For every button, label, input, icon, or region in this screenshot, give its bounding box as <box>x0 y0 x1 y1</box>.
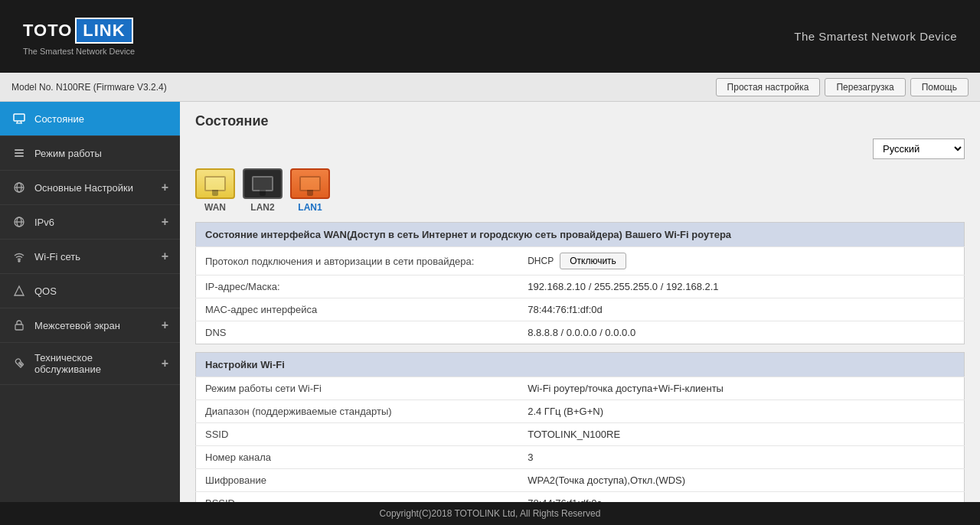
table-row: Номер канала 3 <box>196 446 965 469</box>
logo-brand: TOTO LINK <box>23 18 133 44</box>
channel-value: 3 <box>518 446 964 469</box>
disconnect-button[interactable]: Отключить <box>560 253 626 269</box>
encryption-label: Шифрование <box>196 469 519 492</box>
svg-rect-6 <box>15 155 24 157</box>
port-wan[interactable]: WAN <box>195 168 235 213</box>
svg-rect-15 <box>15 324 23 330</box>
svg-marker-14 <box>15 286 24 295</box>
mac-label: MAC-адрес интерфейса <box>196 298 519 321</box>
help-button[interactable]: Помощь <box>910 78 969 96</box>
wifi-icon <box>11 249 27 264</box>
footer-text: Copyright(C)2018 TOTOLINK Ltd, All Right… <box>380 508 601 519</box>
port-row: WAN LAN2 LAN1 <box>195 168 965 213</box>
toolbar-buttons: Простая настройка Перезагрузка Помощь <box>716 78 969 96</box>
content-area: Состояние Русский English Chinese WAN LA… <box>180 102 980 502</box>
logo-box: TOTO LINK The Smartest Network Device <box>23 18 135 56</box>
sidebar-label-qos: QOS <box>34 285 168 297</box>
sidebar-item-firewall[interactable]: Межсетевой экран + <box>0 308 180 343</box>
sidebar-item-wifi[interactable]: Wi-Fi сеть + <box>0 240 180 274</box>
settings-icon <box>11 145 27 161</box>
main-layout: Состояние Режим работы Основные Наст <box>0 102 980 502</box>
wifi-band-value: 2.4 ГГц (B+G+N) <box>518 400 964 423</box>
table-row: MAC-адрес интерфейса 78:44:76:f1:df:0d <box>196 298 965 321</box>
sidebar-label-firewall: Межсетевой экран <box>34 320 162 331</box>
dns-value: 8.8.8.8 / 0.0.0.0 / 0.0.0.0 <box>518 321 964 344</box>
wan-section-header: Состояние интерфейса WAN(Доступ в сеть И… <box>196 223 965 247</box>
sidebar-item-mode[interactable]: Режим работы <box>0 136 180 171</box>
svg-point-13 <box>18 260 20 262</box>
sidebar-label-ipv6: IPv6 <box>34 217 162 228</box>
wifi-section-header: Настройки Wi-Fi <box>196 353 965 377</box>
port-lan2[interactable]: LAN2 <box>243 168 283 213</box>
dhcp-badge: DHCP <box>528 256 554 266</box>
wan-protocol-value: DHCP Отключить <box>518 247 964 276</box>
table-row: Протокол подключения и авторизации в сет… <box>196 247 965 276</box>
svg-rect-4 <box>15 149 24 151</box>
sidebar-item-ipv6[interactable]: IPv6 + <box>0 205 180 240</box>
monitor-icon <box>11 111 27 126</box>
wan-status-table: Состояние интерфейса WAN(Доступ в сеть И… <box>195 222 965 344</box>
ip-mask-label: IP-адрес/Маска: <box>196 276 519 298</box>
wan-protocol-label: Протокол подключения и авторизации в сет… <box>196 247 519 276</box>
model-info: Model No. N100RE (Firmware V3.2.4) <box>11 82 167 93</box>
sidebar-plus-firewall: + <box>162 318 168 332</box>
wan-label: WAN <box>204 202 226 213</box>
logo-tagline: The Smartest Network Device <box>23 47 135 56</box>
table-row: DNS 8.8.8.8 / 0.0.0.0 / 0.0.0.0 <box>196 321 965 344</box>
table-row: BSSID 78:44:76:f1:df:0c <box>196 492 965 503</box>
sidebar-item-status[interactable]: Состояние <box>0 102 180 136</box>
lan2-port-icon <box>243 168 283 199</box>
language-select[interactable]: Русский English Chinese <box>873 139 965 159</box>
lock-icon <box>11 318 27 333</box>
sidebar-label-status: Состояние <box>34 113 168 125</box>
header-right-text: The Smartest Network Device <box>794 30 957 43</box>
logo-link-text: LINK <box>75 18 132 44</box>
sidebar-label-maintenance: Техническое обслуживание <box>34 352 162 375</box>
port-lan1[interactable]: LAN1 <box>290 168 330 213</box>
bssid-label: BSSID <box>196 492 519 503</box>
svg-rect-5 <box>15 152 24 154</box>
table-row: Шифрование WPA2(Точка доступа),Откл.(WDS… <box>196 469 965 492</box>
wan-port-icon <box>195 168 235 199</box>
sidebar-item-maintenance[interactable]: Техническое обслуживание + <box>0 343 180 385</box>
wifi-status-table: Настройки Wi-Fi Режим работы сети Wi-Fi … <box>195 352 965 502</box>
page-title: Состояние <box>195 113 965 129</box>
encryption-value: WPA2(Точка доступа),Откл.(WDS) <box>518 469 964 492</box>
simple-setup-button[interactable]: Простая настройка <box>716 78 821 96</box>
wrench-icon <box>11 356 27 371</box>
mac-value: 78:44:76:f1:df:0d <box>518 298 964 321</box>
sidebar-item-basic[interactable]: Основные Настройки + <box>0 171 180 205</box>
sidebar-plus-basic: + <box>162 181 168 194</box>
table-row: Режим работы сети Wi-Fi Wi-Fi роутер/точ… <box>196 377 965 400</box>
sidebar-plus-ipv6: + <box>162 215 168 229</box>
wifi-mode-label: Режим работы сети Wi-Fi <box>196 377 519 400</box>
sidebar-plus-wifi: + <box>162 249 168 263</box>
wifi-band-label: Диапазон (поддерживаемые стандарты) <box>196 400 519 423</box>
sidebar-label-mode: Режим работы <box>34 148 168 159</box>
lan1-port-icon <box>290 168 330 199</box>
globe-icon-basic <box>11 180 27 195</box>
wifi-mode-value: Wi-Fi роутер/точка доступа+Wi-Fi-клиенты <box>518 377 964 400</box>
reboot-button[interactable]: Перезагрузка <box>825 78 905 96</box>
sidebar: Состояние Режим работы Основные Наст <box>0 102 180 502</box>
ssid-label: SSID <box>196 423 519 446</box>
footer: Copyright(C)2018 TOTOLINK Ltd, All Right… <box>0 502 980 525</box>
dns-label: DNS <box>196 321 519 344</box>
header: TOTO LINK The Smartest Network Device Th… <box>0 0 980 73</box>
sidebar-plus-maintenance: + <box>162 357 168 370</box>
lan2-label: LAN2 <box>250 202 274 213</box>
sidebar-label-wifi: Wi-Fi сеть <box>34 251 162 262</box>
channel-label: Номер канала <box>196 446 519 469</box>
ip-mask-value: 192.168.2.10 / 255.255.255.0 / 192.168.2… <box>518 276 964 298</box>
table-row: Диапазон (поддерживаемые стандарты) 2.4 … <box>196 400 965 423</box>
svg-rect-0 <box>14 114 24 121</box>
ssid-value: TOTOLINK_N100RE <box>518 423 964 446</box>
sidebar-label-basic: Основные Настройки <box>34 182 162 194</box>
lan1-label: LAN1 <box>298 202 322 213</box>
language-select-row: Русский English Chinese <box>195 139 965 159</box>
dhcp-row: DHCP Отключить <box>528 253 955 269</box>
table-row: IP-адрес/Маска: 192.168.2.10 / 255.255.2… <box>196 276 965 298</box>
sidebar-item-qos[interactable]: QOS <box>0 274 180 308</box>
globe-icon-ipv6 <box>11 214 27 230</box>
qos-icon <box>11 283 27 298</box>
